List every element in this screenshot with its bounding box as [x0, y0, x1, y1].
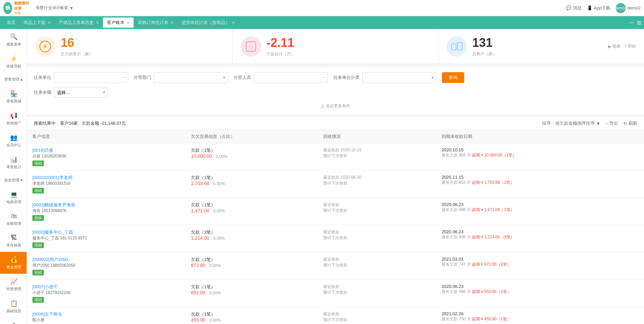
sidebar-item-basic-info[interactable]: 📋 基础信息 — [0, 296, 27, 318]
debt-amount-0[interactable]: 10,000.00 — [191, 153, 212, 159]
overdue-link-1[interactable]: 超期￥1,703.68（1笔） — [472, 180, 514, 185]
sidebar-item-finance[interactable]: 💰 资金管理 — [0, 252, 27, 274]
sidebar-item-retail-stats[interactable]: 📊 零售统计 — [0, 152, 27, 174]
debt-customers-num: 16 — [61, 36, 93, 50]
query-button[interactable]: 查询 — [442, 72, 464, 83]
export-btn[interactable]: ↑ 导出 — [606, 120, 618, 126]
sidebar-item-ecommerce[interactable]: 💻 电商管理 — [0, 187, 27, 209]
col-collection: 回收情况 — [318, 130, 436, 143]
user-avatar-btn[interactable]: demo2 demo2 — [616, 3, 641, 13]
overdue-link-4[interactable]: 超期￥672.00（1笔） — [472, 262, 511, 267]
results-actions: 排序：按欠款金额倒序排序 ▼ ↑ 导出 ↻ 刷新 — [542, 120, 637, 126]
message-icon: 💬 — [566, 5, 571, 10]
customer-tag-5: 现销 — [32, 297, 44, 303]
due-date-5: 2020.06.23 — [442, 284, 639, 289]
tab-product-shelf[interactable]: 商品上下架 ✕ — [20, 18, 55, 28]
debt-percent-4: 0.00% — [209, 263, 221, 268]
debt-amount-1[interactable]: 1,703.68 — [191, 181, 209, 186]
view-video-btn[interactable]: ▶ 视频 — [608, 43, 620, 49]
person-label: 分管人员 — [233, 75, 251, 81]
tab-customer-account-close[interactable]: ✕ — [127, 21, 130, 25]
debt-amount-4[interactable]: 672.00 — [191, 263, 205, 268]
customer-code-2[interactable]: [0003]畅捷服务尹海燕 — [32, 202, 180, 208]
tab-purchase-order-close[interactable]: ✕ — [170, 21, 173, 25]
sidebar-item-marketing[interactable]: 📢 营销推广 — [0, 108, 27, 130]
sidebar-item-system[interactable]: ⚙ 系统管理 — [0, 318, 27, 324]
sidebar-item-retail-mall[interactable]: 🏪 零售商城 — [0, 86, 27, 108]
tab-home-label: 首页 — [7, 20, 16, 26]
tab-purchase-stats[interactable]: 进货单统计表（按商品） ✕ — [177, 18, 239, 28]
debt-amount-3[interactable]: 1,214.00 — [191, 235, 209, 241]
debt-amount-label: 欠款合计（万） — [267, 51, 295, 57]
search-menu-icon: 🔍 — [10, 33, 18, 40]
debt-customers-icon: ¥ — [39, 40, 51, 53]
customer-code-5[interactable]: [0007]小进千 — [32, 284, 180, 290]
overdue-days-2: 最长欠款 998 天 — [442, 207, 471, 212]
sidebar-item-quick-nav[interactable]: ⚡ 快捷导航 — [0, 51, 27, 73]
sidebar-item-member[interactable]: 👥 会员中心 — [0, 130, 27, 152]
industry-selector[interactable]: 母婴行业演示账套 ▼ — [36, 5, 74, 11]
sidebar-item-search-menu[interactable]: 🔍 搜索菜单 — [0, 29, 27, 51]
overdue-link-3[interactable]: 超期￥1,214.00（3笔） — [472, 235, 514, 239]
category-select[interactable] — [362, 72, 437, 83]
tab-customer-account[interactable]: 客户账本 ✕ — [103, 18, 134, 28]
debt-amount-2[interactable]: 1,471.00 — [191, 208, 209, 213]
sidebar-item-retail-mgmt[interactable]: 零售管理 ▲ — [0, 73, 27, 86]
overdue-link-5[interactable]: 超期￥652.00（1笔） — [472, 289, 511, 294]
message-btn[interactable]: 💬 消息 — [566, 5, 582, 11]
sidebar-item-purchase-mgmt[interactable]: 🛍 采购管理 — [0, 209, 27, 230]
sidebar: 🔍 搜索菜单 ⚡ 快捷导航 零售管理 ▲ 🏪 零售商城 📢 营销推广 👥 会员中… — [0, 29, 27, 324]
overdue-link-6[interactable]: 超期￥455.90（1笔） — [472, 317, 511, 321]
sidebar-item-inventory[interactable]: 🏗 库存核算 — [0, 230, 27, 252]
cell-collection-4: 最近收款 预计下次收款 — [318, 253, 436, 280]
industry-arrow: ▼ — [69, 6, 74, 10]
customer-code-4[interactable]: [000002]用户2050 — [32, 257, 180, 263]
customer-contact-3: 服务中心_丁磊 181 0125 8371 — [32, 235, 180, 241]
tab-home[interactable]: 首页 — [3, 18, 20, 28]
tab-minimize-icon[interactable]: — — [629, 20, 634, 26]
debt-percent-5: 0.00% — [209, 291, 221, 295]
cell-customer-0: [0016]吕俊 吕俊 13026203696 现销 — [27, 143, 186, 171]
main-content: ¥ 16 总欠款客户（家） ◇ -2.11 欠款合计（万） — [27, 29, 644, 324]
sidebar-label-marketing: 营销推广 — [6, 121, 21, 126]
customer-code-1[interactable]: [0001020001]李老师 — [32, 175, 180, 181]
sidebar-item-batch-mgmt[interactable]: 批发管理 ▼ — [0, 174, 27, 187]
customer-code-6[interactable]: [0006]去下粮仓 — [32, 311, 180, 317]
debt-percent-3: 0.00% — [213, 236, 225, 241]
help-btn[interactable]: ? 帮助 — [624, 43, 636, 49]
tab-purchase-order-label: 采购订单统计表 — [138, 20, 168, 26]
debt-amount-6[interactable]: 455.90 — [191, 317, 205, 323]
svg-text:¥: ¥ — [44, 43, 47, 49]
tab-product-shelf-close[interactable]: ✕ — [48, 21, 51, 25]
overdue-link-0[interactable]: 超期￥10,000.00（1笔） — [472, 153, 516, 157]
filter-collapse-btn[interactable]: ⋀ 收起更多条件 — [34, 102, 637, 109]
tab-purchase-order[interactable]: 采购订单统计表 ✕ — [134, 18, 177, 28]
tab-maximize-icon[interactable]: ⊞ — [637, 20, 641, 26]
person-dots-icon[interactable]: ··· — [323, 75, 325, 81]
overdue-link-2[interactable]: 超期￥1,471.00（1笔） — [472, 207, 514, 212]
marketing-icon: 📢 — [10, 112, 18, 119]
next-collection-0: 预计下次收款 — [323, 153, 430, 159]
person-input[interactable] — [254, 72, 328, 83]
tab-product-history-close[interactable]: ✕ — [96, 21, 99, 25]
tab-purchase-stats-close[interactable]: ✕ — [232, 21, 235, 25]
debt-amount-5[interactable]: 652.00 — [191, 290, 205, 295]
refresh-btn[interactable]: ↻ 刷新 — [623, 120, 637, 126]
cell-debt-3: 欠款（3笔） 1,214.00 0.00% — [186, 225, 318, 253]
customer-code-3[interactable]: [0002]服务中心_丁磊 — [32, 229, 180, 235]
phone-icon: 📱 — [587, 5, 592, 10]
table-header: 客户信息 欠欠交易信息（占比） 回收情况 到期未收款日期 — [27, 130, 644, 143]
dept-select[interactable] — [154, 72, 228, 83]
balance-select[interactable]: 选择... — [54, 87, 108, 98]
customer-code-0[interactable]: [0016]吕俊 — [32, 147, 180, 153]
debt-percent-0: 0.00% — [216, 154, 227, 159]
user-name-avatar: demo2 — [615, 6, 627, 10]
customer-tag-2: 现销 — [32, 215, 44, 221]
customer-contact-2: 海燕 18513066976 — [32, 208, 180, 214]
supplier-input[interactable] — [54, 72, 128, 83]
tab-product-history[interactable]: 产成品入库单历史 ✕ — [55, 18, 103, 28]
supplier-dots-icon[interactable]: ··· — [123, 75, 125, 81]
overdue-days-0: 最长欠款 884 天 — [442, 153, 471, 157]
sidebar-item-operations[interactable]: 📈 经营管理 — [0, 274, 27, 296]
app-download-btn[interactable]: 📱 App下载 — [587, 5, 610, 11]
